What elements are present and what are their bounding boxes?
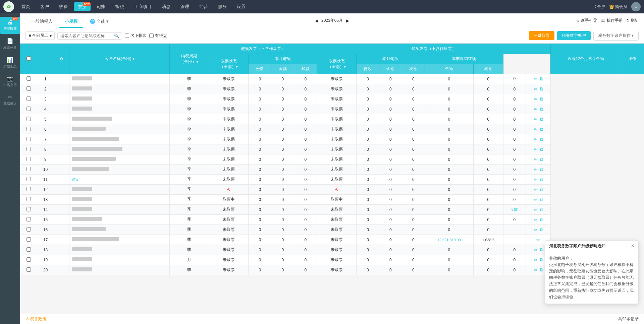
edit-icon[interactable]: ✏ <box>534 217 538 222</box>
sidebar-item-invoice-open[interactable]: 📄 发票开具 <box>0 35 20 53</box>
row-checkbox[interactable] <box>26 207 31 211</box>
tax-digital-account-btn[interactable]: 税务数字账户 <box>557 31 591 40</box>
copy-icon[interactable]: ⧉ <box>540 76 543 82</box>
edit-icon[interactable]: ✏ <box>534 147 538 152</box>
edit-icon[interactable]: ✏ <box>534 267 538 273</box>
edit-icon[interactable]: ✏ <box>534 137 538 142</box>
copy-icon[interactable]: ⧉ <box>540 187 543 192</box>
copy-icon[interactable]: ⧉ <box>540 247 543 253</box>
edit-icon[interactable]: ✏ <box>534 96 538 102</box>
copy-icon[interactable]: ⧉ <box>540 86 543 92</box>
nav-invoice[interactable]: 票据new <box>74 2 91 11</box>
copy-icon[interactable]: ⧉ <box>540 156 543 162</box>
copy-icon[interactable]: ⧉ <box>540 146 543 152</box>
sidebar-item-ticket-summary[interactable]: 📊 票据汇总 <box>0 54 20 71</box>
employee-filter[interactable]: ■ 全部员工 ▾ <box>25 31 55 40</box>
edit-icon[interactable]: ✏ <box>534 157 538 162</box>
edit-icon[interactable]: ✏ <box>534 187 538 192</box>
checkbox-my-accounts-input[interactable] <box>125 34 129 38</box>
copy-icon[interactable]: ⧉ <box>540 227 543 233</box>
col-in-status-header[interactable]: 取票状态（全部）▾ <box>209 54 249 74</box>
row-checkbox[interactable] <box>26 147 31 151</box>
row-checkbox[interactable] <box>26 197 31 201</box>
edit-icon[interactable]: ✏ <box>534 247 538 253</box>
edit-icon[interactable]: ✏ <box>534 86 538 92</box>
edit-icon[interactable]: ✏ <box>534 117 538 122</box>
row-checkbox[interactable] <box>26 137 31 141</box>
copy-icon[interactable]: ⧉ <box>540 267 543 273</box>
edit-icon[interactable]: ✏ <box>534 177 538 182</box>
refresh-btn[interactable]: ↻ 刷新 <box>626 18 639 23</box>
copy-icon[interactable]: ⧉ <box>540 207 543 212</box>
member-btn[interactable]: 👑 购会员 <box>609 4 627 10</box>
nav-message[interactable]: 消息 <box>158 2 174 11</box>
row-checkbox[interactable] <box>26 157 31 161</box>
col-settings-header[interactable]: ⚙ <box>54 44 69 74</box>
col-name-header[interactable]: 客户名称(全部) ▾ <box>69 44 169 74</box>
avatar[interactable]: U <box>631 2 641 11</box>
sidebar-item-ticket-entry[interactable]: ✏ 票据录入 <box>0 91 20 109</box>
copy-icon[interactable]: ⧉ <box>540 177 543 182</box>
copy-icon[interactable]: ⧉ <box>540 106 543 112</box>
tab-general-taxpayer[interactable]: 一般纳税人 <box>25 16 58 28</box>
nav-bookkeeping[interactable]: 记账 <box>93 2 109 11</box>
col-checkbox-header[interactable] <box>20 44 37 74</box>
edit-icon[interactable]: ✏ <box>534 207 538 212</box>
edit-icon[interactable]: ✏ <box>534 76 538 81</box>
nav-operation[interactable]: 经营 <box>195 2 212 11</box>
edit-icon[interactable]: ✏ <box>534 197 538 202</box>
edit-icon[interactable]: ✏ <box>534 107 538 112</box>
checkbox-my-accounts[interactable]: 名下帐套 <box>125 33 147 39</box>
edit-icon[interactable]: ✏ <box>536 237 540 243</box>
tab-small-scale[interactable]: 小规模 <box>59 16 83 28</box>
next-month-btn[interactable]: ▶ <box>346 18 349 23</box>
copy-icon[interactable]: ⧉ <box>540 116 543 122</box>
row-checkbox[interactable] <box>26 217 31 221</box>
nav-customer[interactable]: 客户 <box>36 2 53 11</box>
copy-icon[interactable]: ⧉ <box>540 96 543 102</box>
search-input[interactable] <box>60 34 114 38</box>
nav-manage[interactable]: 管理 <box>176 2 193 11</box>
row-checkbox[interactable] <box>26 76 31 81</box>
one-click-ticket-btn[interactable]: 一键取票 <box>529 31 554 40</box>
nav-business[interactable]: 工商项目 <box>130 2 156 11</box>
copy-icon[interactable]: ⧉ <box>540 217 543 222</box>
sidebar-item-scan-upload[interactable]: 📷 扫描上传 <box>0 73 20 90</box>
prev-month-btn[interactable]: ◀ <box>315 18 318 23</box>
edit-icon[interactable]: ✏ <box>534 167 538 172</box>
col-period-header[interactable]: 纳税周期（全部）▾ <box>169 44 209 74</box>
row-checkbox[interactable] <box>26 267 31 272</box>
copy-icon[interactable]: ⧉ <box>540 167 543 172</box>
col-out-status-header[interactable]: 取票状态（全部）▾ <box>317 54 357 74</box>
edit-icon[interactable]: ✏ <box>534 227 538 233</box>
copy-icon[interactable]: ⧉ <box>540 257 543 263</box>
row-checkbox[interactable] <box>26 227 31 232</box>
nav-service[interactable]: 服务 <box>214 2 231 11</box>
nav-settings[interactable]: 设置 <box>233 2 250 11</box>
fullscreen-btn[interactable]: ⛶ 全屏 <box>592 4 605 10</box>
search-icon[interactable]: 🔍 <box>114 34 119 38</box>
checkbox-has-tax-disk[interactable]: 有税盘 <box>149 33 167 39</box>
manual-btn[interactable]: 📖 操作手册 <box>600 18 623 23</box>
copy-icon[interactable]: ⧉ <box>540 197 543 202</box>
notification-close-btn[interactable]: ✕ <box>631 244 634 248</box>
tax-digital-account-action-btn[interactable]: 税务数字账户操作 ▾ <box>593 31 639 41</box>
row-checkbox[interactable] <box>26 86 31 91</box>
row-checkbox[interactable] <box>26 257 31 262</box>
row-checkbox[interactable] <box>26 127 31 131</box>
row-checkbox[interactable] <box>26 107 31 111</box>
row-checkbox[interactable] <box>26 177 31 181</box>
row-checkbox[interactable] <box>26 96 31 101</box>
row-checkbox[interactable] <box>26 167 31 171</box>
nav-fee[interactable]: 收费 <box>55 2 72 11</box>
nav-tax[interactable]: 报税 <box>111 2 128 11</box>
row-checkbox[interactable] <box>26 247 31 252</box>
row-checkbox[interactable] <box>26 187 31 191</box>
tax-policy-link[interactable]: ⚠ 税务政策 <box>25 316 46 322</box>
checkbox-has-tax-disk-input[interactable] <box>149 34 154 38</box>
edit-icon[interactable]: ✏ <box>534 257 538 263</box>
nav-home[interactable]: 首页 <box>17 2 34 11</box>
copy-icon[interactable]: ⧉ <box>540 136 543 142</box>
row-checkbox[interactable] <box>26 117 31 121</box>
tab-universal[interactable]: 🌐 全能 ▾ <box>85 16 114 28</box>
